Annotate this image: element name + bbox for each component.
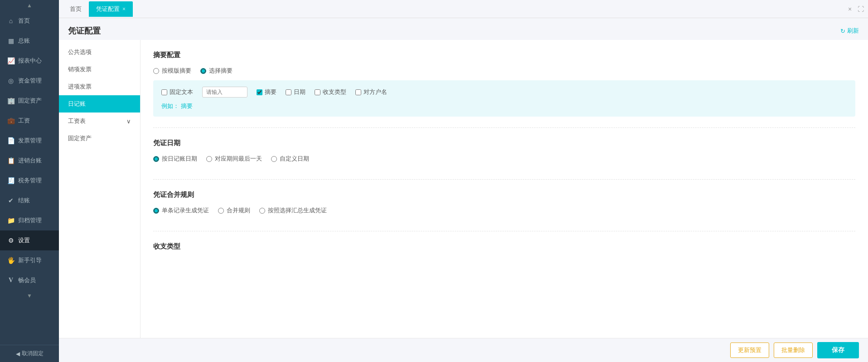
minimize-button[interactable]: × xyxy=(846,5,853,13)
maximize-button[interactable]: ⛶ xyxy=(857,5,864,13)
settings-icon: ⚙ xyxy=(7,237,15,244)
template-mode-option[interactable]: 按模版摘要 xyxy=(153,67,191,75)
date-cb-label: 日期 xyxy=(294,88,305,96)
sidebar-item-label: 设置 xyxy=(18,236,30,245)
update-preset-button[interactable]: 更新预置 xyxy=(730,342,769,358)
batch-delete-button[interactable]: 批量删除 xyxy=(774,342,813,358)
merge-rule-radio[interactable] xyxy=(218,208,224,214)
merge-rule-label: 合并规则 xyxy=(227,206,250,215)
abstract-cb-label: 摘要 xyxy=(265,88,276,96)
abstract-section-title: 摘要配置 xyxy=(153,51,855,59)
nav-journal[interactable]: 日记账 xyxy=(59,95,140,113)
by-journal-date-radio[interactable] xyxy=(153,156,159,162)
voucher-date-group: 按日记账日期 对应期间最后一天 自定义日期 xyxy=(153,155,855,163)
sidebar-item-label: 新手引导 xyxy=(18,256,42,264)
sidebar-item-funds[interactable]: ◎ 资金管理 xyxy=(0,71,59,91)
nav-payroll-table[interactable]: 工资表 ∨ xyxy=(59,113,140,130)
nav-public[interactable]: 公共选项 xyxy=(59,44,140,61)
sidebar-item-guide[interactable]: 🖐 新手引导 xyxy=(0,250,59,270)
template-mode-radio[interactable] xyxy=(153,68,159,74)
single-record-option[interactable]: 单条记录生成凭证 xyxy=(153,206,209,215)
custom-date-label: 自定义日期 xyxy=(280,155,309,163)
merge-rules-title: 凭证合并规则 xyxy=(153,191,855,199)
counterpart-cb-label: 对方户名 xyxy=(364,88,387,96)
main-area: 首页 凭证配置 × × ⛶ 凭证配置 ↻ 刷新 公共选项 销项发票 进 xyxy=(59,0,868,362)
custom-date-option[interactable]: 自定义日期 xyxy=(271,155,309,163)
fixed-text-checkbox[interactable] xyxy=(161,89,167,95)
single-record-radio[interactable] xyxy=(153,208,159,214)
sidebar-toggle[interactable]: ◀ 取消固定 xyxy=(0,345,59,362)
nav-purchase-invoice[interactable]: 进项发票 xyxy=(59,78,140,95)
sidebar-scroll-down[interactable]: ▼ xyxy=(0,290,59,301)
sidebar-item-ledger[interactable]: ▦ 总账 xyxy=(0,31,59,51)
refresh-button[interactable]: ↻ 刷新 xyxy=(840,27,859,35)
select-summary-option[interactable]: 按照选择汇总生成凭证 xyxy=(259,206,327,215)
counterpart-cb-option[interactable]: 对方户名 xyxy=(355,88,387,96)
sidebar-item-archive[interactable]: 📁 归档管理 xyxy=(0,210,59,230)
counterpart-checkbox[interactable] xyxy=(355,89,361,95)
voucher-date-title: 凭证日期 xyxy=(153,139,855,147)
fixed-text-label: 固定文本 xyxy=(170,88,193,96)
sidebar-item-label: 税务管理 xyxy=(18,176,42,185)
select-mode-option[interactable]: 选择摘要 xyxy=(200,67,233,75)
sidebar-item-home[interactable]: ⌂ 首页 xyxy=(0,11,59,31)
sidebar-item-label: 发票管理 xyxy=(18,137,42,145)
sidebar-item-label: 总账 xyxy=(18,37,30,45)
template-mode-label: 按模版摘要 xyxy=(162,67,191,75)
sidebar-item-payroll[interactable]: 💼 工资 xyxy=(0,111,59,131)
example-value: 摘要 xyxy=(181,103,193,109)
sidebar-item-assets[interactable]: 🏢 固定资产 xyxy=(0,91,59,111)
footer-bar: 更新预置 批量删除 保存 xyxy=(59,338,868,362)
fixed-text-option[interactable]: 固定文本 xyxy=(161,88,193,96)
nav-payroll-table-label: 工资表 xyxy=(68,117,86,125)
fixed-text-input[interactable] xyxy=(202,87,247,98)
sidebar-item-settings[interactable]: ⚙ 设置 xyxy=(0,230,59,250)
reports-icon: 📈 xyxy=(7,57,15,64)
left-nav: 公共选项 销项发票 进项发票 日记账 工资表 ∨ 固定资产 xyxy=(59,40,141,338)
by-due-date-label: 对应期间最后一天 xyxy=(215,155,262,163)
by-due-date-radio[interactable] xyxy=(206,156,212,162)
nav-journal-label: 日记账 xyxy=(68,100,86,108)
by-due-date-option[interactable]: 对应期间最后一天 xyxy=(206,155,262,163)
tab-voucher-config[interactable]: 凭证配置 × xyxy=(89,1,133,17)
by-journal-date-option[interactable]: 按日记账日期 xyxy=(153,155,197,163)
merge-rules-section: 凭证合并规则 单条记录生成凭证 合并规则 按照选择汇总生成凭证 xyxy=(153,191,855,231)
sidebar-item-label: 固定资产 xyxy=(18,97,42,105)
sidebar-item-sales-ledger[interactable]: 📋 进销台账 xyxy=(0,151,59,171)
sidebar-item-invoice[interactable]: 📄 发票管理 xyxy=(0,131,59,151)
checkbox-row: 固定文本 摘要 日期 收支类型 xyxy=(161,87,847,98)
tab-close-icon[interactable]: × xyxy=(122,6,126,12)
date-checkbox[interactable] xyxy=(286,89,291,95)
sidebar-item-tax[interactable]: 🧾 税务管理 xyxy=(0,171,59,191)
invoice-icon: 📄 xyxy=(7,137,15,144)
settlement-icon: ✔ xyxy=(7,197,15,204)
save-button[interactable]: 保存 xyxy=(817,342,859,358)
abstract-section: 摘要配置 按模版摘要 选择摘要 固定文本 xyxy=(153,51,855,128)
tab-home[interactable]: 首页 xyxy=(63,1,89,17)
sidebar-item-settlement[interactable]: ✔ 结账 xyxy=(0,191,59,210)
custom-date-radio[interactable] xyxy=(271,156,277,162)
by-journal-date-label: 按日记账日期 xyxy=(162,155,197,163)
select-mode-radio[interactable] xyxy=(200,68,206,74)
abstract-checkbox[interactable] xyxy=(257,89,262,95)
abstract-cb-option[interactable]: 摘要 xyxy=(257,88,276,96)
select-summary-radio[interactable] xyxy=(259,208,265,214)
sidebar-item-vip[interactable]: V 畅会员 xyxy=(0,270,59,290)
sidebar-scroll-up[interactable]: ▲ xyxy=(0,0,59,11)
sidebar-item-reports[interactable]: 📈 报表中心 xyxy=(0,51,59,71)
example-text: 例如： 摘要 xyxy=(161,102,847,110)
date-cb-option[interactable]: 日期 xyxy=(286,88,305,96)
merge-rule-option[interactable]: 合并规则 xyxy=(218,206,250,215)
income-type-checkbox[interactable] xyxy=(315,89,320,95)
income-type-cb-option[interactable]: 收支类型 xyxy=(315,88,346,96)
sidebar-item-label: 工资 xyxy=(18,117,30,125)
abstract-mode-group: 按模版摘要 选择摘要 xyxy=(153,67,855,75)
sidebar-item-label: 结账 xyxy=(18,196,30,205)
content-area: 公共选项 销项发票 进项发票 日记账 工资表 ∨ 固定资产 摘要配置 xyxy=(59,40,868,338)
toggle-icon: ◀ xyxy=(16,351,20,357)
nav-sales-invoice[interactable]: 销项发票 xyxy=(59,61,140,78)
nav-fixed-assets[interactable]: 固定资产 xyxy=(59,130,140,147)
sidebar: ▲ ⌂ 首页 ▦ 总账 📈 报表中心 ◎ 资金管理 🏢 固定资产 💼 工资 📄 … xyxy=(0,0,59,362)
guide-icon: 🖐 xyxy=(7,257,15,264)
income-type-section: 收支类型 xyxy=(153,242,855,269)
